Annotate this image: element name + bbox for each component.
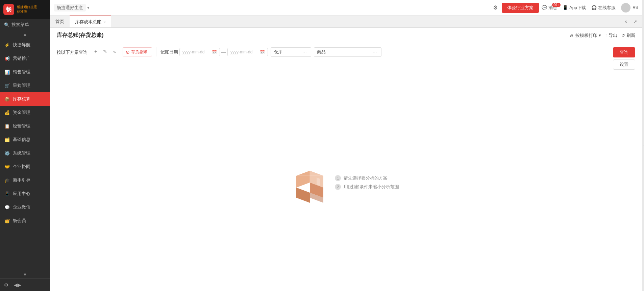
purchase-icon: 🛒 [4,82,10,89]
tip-text-1: 请先选择要分析的方案 [344,175,388,181]
message-badge: 99+ [552,3,561,7]
print-icon: 🖨 [570,33,574,38]
empty-svg [293,166,327,203]
export-icon: ↑ [605,33,608,38]
appstore-icon: 📱 [4,191,10,197]
filter-right-buttons: 查询 设置 [613,47,635,70]
sales-icon: 📊 [4,69,10,75]
goods-more-icon[interactable]: ··· [371,49,378,55]
sidebar-footer: ⚙ ◀▶ [0,278,50,291]
quick-nav-icon: ⚡ [4,42,10,48]
user-avatar [621,3,630,13]
message-icon: 💬 [542,5,547,10]
page-title: 库存总账(存货总账) [57,32,104,39]
system-icon: ⚙️ [4,150,10,156]
edit-scheme-button[interactable]: ✎ [101,47,109,55]
sidebar-item-appstore[interactable]: 📱 应用中心 [0,187,50,200]
wechat-icon: 💬 [4,204,10,210]
content-area: 1 请先选择要分析的方案 2 用[过滤]条件来缩小分析范围 [50,74,642,291]
tab-home[interactable]: 首页 [50,16,70,27]
headset-icon: 🎧 [591,5,597,10]
empty-state: 1 请先选择要分析的方案 2 用[过滤]条件来缩小分析范围 [293,166,399,199]
sidebar-scroll-down[interactable]: ▼ [0,271,50,278]
tab-inventory-ledger[interactable]: 库存成本总账 × [70,16,111,27]
print-template-button[interactable]: 🖨 按模板打印 ▾ [570,32,601,39]
sidebar-item-operations[interactable]: 📋 经营管理 [0,119,50,133]
sidebar-item-purchase[interactable]: 🛒 采购管理 [0,79,50,92]
refresh-icon: ↺ [621,33,625,38]
add-scheme-button[interactable]: + [92,47,100,55]
warehouse-field: 仓库 ··· [271,47,311,57]
warehouse-select[interactable]: 仓库 ··· [271,47,311,57]
svg-marker-3 [296,188,310,203]
phone-icon: 📱 [563,5,568,10]
page-header: 库存总账(存货总账) 🖨 按模板打印 ▾ ↑ 导出 ↺ 刷新 [50,28,642,43]
tab-close-button[interactable]: × [103,20,105,24]
date-end-input[interactable]: yyyy-mm-dd 📅 [227,48,268,56]
refresh-button[interactable]: ↺ 刷新 [621,32,635,39]
guide-icon: 🎓 [4,177,10,183]
sidebar-item-guide[interactable]: 🎓 新手引导 [0,173,50,187]
sidebar-collapse-button[interactable]: ◀▶ [14,282,21,288]
sidebar-scroll-up[interactable]: ▲ [0,30,50,38]
filter-scheme-actions: + ✎ « [92,47,119,55]
scheme-active-icon: ⊙ [126,49,130,55]
tip-num-1: 1 [335,175,341,181]
topbar-right: 💬 消息 99+ 📱 App下载 🎧 在线客服 Rit [542,3,638,13]
date-start-input[interactable]: yyyy-mm-dd 📅 [179,48,220,56]
sidebar: 畅 畅捷通好生意 标准版 🔍 搜索菜单 ▲ ⚡ 快捷导航 📢 营销推广 📊 销售… [0,0,50,291]
sidebar-settings-button[interactable]: ⚙ [4,282,8,288]
export-button[interactable]: ↑ 导出 [605,32,618,39]
industry-solution-button[interactable]: 体验行业方案 [502,3,539,13]
search-menu-button[interactable]: 🔍 搜索菜单 [0,19,50,30]
sidebar-item-wechat[interactable]: 💬 企业微信 [0,200,50,214]
empty-illustration [293,166,327,199]
topbar-settings-icon[interactable]: ⚙ [492,3,499,12]
query-button[interactable]: 查询 [613,47,635,57]
sidebar-item-cooperation[interactable]: 🤝 企业协同 [0,160,50,173]
filter-area: 按以下方案查询 + ✎ « ⊙ 存货总账 记账日期 yyyy-mm-dd [50,43,642,74]
settings-button[interactable]: 设置 [613,59,635,70]
warehouse-more-icon[interactable]: ··· [301,49,308,55]
page-header-actions: 🖨 按模板打印 ▾ ↑ 导出 ↺ 刷新 [570,32,636,39]
date-range-field: 记账日期 yyyy-mm-dd 📅 — yyyy-mm-dd 📅 [160,48,268,56]
online-service-button[interactable]: 🎧 在线客服 [591,5,616,11]
sidebar-item-sales[interactable]: 📊 销售管理 [0,65,50,79]
scheme-list: ⊙ 存货总账 [123,47,156,56]
goods-select[interactable]: 商品 ··· [314,47,381,57]
filter-fields: 记账日期 yyyy-mm-dd 📅 — yyyy-mm-dd 📅 仓库 [160,47,609,57]
main-content: 畅捷通好生意 ▾ ⚙ 体验行业方案 💬 消息 99+ 📱 App下载 🎧 在线客… [50,0,642,291]
tab-close-all-button[interactable]: × [622,18,630,26]
search-icon: 🔍 [4,22,9,27]
svg-marker-1 [296,171,310,188]
sidebar-item-finance[interactable]: 💰 资金管理 [0,106,50,119]
message-button[interactable]: 💬 消息 99+ [542,5,557,11]
user-area[interactable]: Rit [621,3,638,13]
goods-field: 商品 ··· [314,47,381,57]
breadcrumb-dropdown-icon[interactable]: ▾ [87,5,90,10]
date-label: 记账日期 [160,49,178,55]
inventory-icon: 📦 [4,96,10,102]
sidebar-item-quick-nav[interactable]: ⚡ 快捷导航 [0,38,50,52]
tab-bar: 首页 库存成本总账 × × ⤢ [50,16,642,28]
breadcrumb-home[interactable]: 畅捷通好生意 [54,4,86,11]
collapse-scheme-button[interactable]: « [110,47,119,55]
page-content: 库存总账(存货总账) 🖨 按模板打印 ▾ ↑ 导出 ↺ 刷新 按以下方案查询 [50,28,642,291]
svg-marker-5 [317,177,320,186]
app-download-button[interactable]: 📱 App下载 [563,5,586,11]
breadcrumb: 畅捷通好生意 ▾ [54,4,489,11]
print-dropdown-icon: ▾ [599,33,601,38]
right-panel-indicator[interactable]: › [642,0,644,291]
scheme-item-inventory-ledger[interactable]: ⊙ 存货总账 [123,47,152,56]
tab-expand-button[interactable]: ⤢ [631,18,639,26]
sidebar-item-marketing[interactable]: 📢 营销推广 [0,52,50,65]
calendar-end-icon[interactable]: 📅 [260,50,265,54]
sidebar-item-system[interactable]: ⚙️ 系统管理 [0,146,50,160]
topbar: 畅捷通好生意 ▾ ⚙ 体验行业方案 💬 消息 99+ 📱 App下载 🎧 在线客… [50,0,642,16]
sidebar-item-basic[interactable]: 🗂️ 基础信息 [0,133,50,146]
app-logo: 畅 畅捷通好生意 标准版 [0,0,50,19]
sidebar-item-inventory[interactable]: 📦 库存核算 [0,92,50,106]
sidebar-item-member[interactable]: 👑 畅会员 [0,214,50,227]
finance-icon: 💰 [4,110,10,116]
calendar-start-icon[interactable]: 📅 [212,50,217,54]
